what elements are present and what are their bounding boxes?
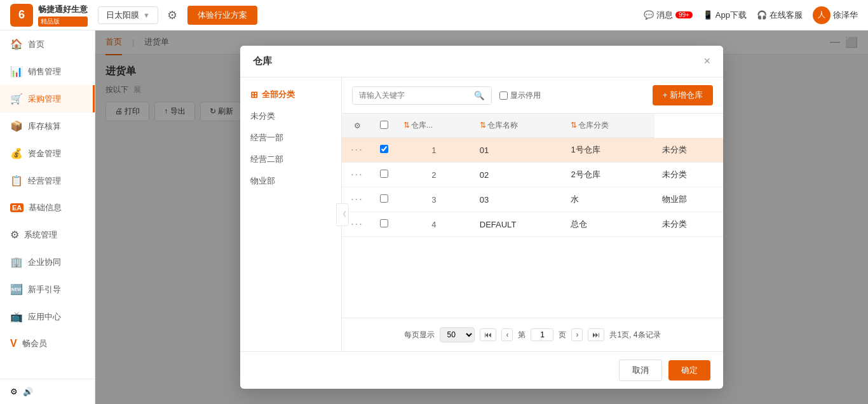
table-row[interactable]: ··· 4 DEFAULT 总仓 未分类 xyxy=(342,212,723,237)
sort-icon2: ⇅ xyxy=(480,121,486,130)
total-info: 共1页, 4条记录 xyxy=(609,330,660,340)
sidebar-bottom[interactable]: ⚙ 🔊 xyxy=(0,379,95,404)
sort-icon: ⇅ xyxy=(403,121,410,130)
pagination: 每页显示 50 10 20 100 ⏮ ‹ 第 页 xyxy=(342,318,723,351)
row-checkbox-cell[interactable] xyxy=(372,138,396,163)
all-categories[interactable]: ⊞ 全部分类 xyxy=(240,84,341,105)
logo-icon: 6 xyxy=(10,4,33,27)
sidebar-item-label: 企业协同 xyxy=(28,257,61,268)
modal-toolbar: 🔍 显示停用 + 新增仓库 xyxy=(342,77,723,114)
table-row[interactable]: ··· 2 02 2号仓库 未分类 xyxy=(342,163,723,187)
category-property[interactable]: 物业部 xyxy=(240,170,341,192)
row-checkbox[interactable] xyxy=(380,194,388,203)
row-category: 未分类 xyxy=(654,138,723,163)
table-row[interactable]: ··· 1 01 1号仓库 未分类 xyxy=(342,138,723,163)
system-icon: ⚙ xyxy=(10,229,19,241)
warehouse-table: ⚙ ⇅仓库... ⇅仓库名称 ⇅仓库分类 ··· 1 xyxy=(342,114,723,318)
search-wrap: 🔍 xyxy=(352,86,492,105)
sidebar-item-label: 资金管理 xyxy=(28,148,61,159)
logo-badge: 精品版 xyxy=(38,17,88,27)
col-code: ⇅仓库... xyxy=(396,114,472,138)
first-page-button[interactable]: ⏮ xyxy=(480,328,496,341)
trial-button[interactable]: 体验行业方案 xyxy=(187,6,257,25)
warehouse-modal: 仓库 × ⊞ 全部分类 未分类 经营一部 经营二部 物业部 xyxy=(240,46,723,389)
row-name: 2号仓库 xyxy=(563,163,654,187)
service-label: 在线客服 xyxy=(770,10,803,21)
notifications-badge: 99+ xyxy=(675,11,693,18)
row-checkbox[interactable] xyxy=(380,170,388,178)
main-content: 首页 | 进货单 — ⬜ 进货单 按以下 展 🖨 打印 ↑ 导出 ↻ 刷新 查询… xyxy=(95,30,868,404)
sidebar-item-label: 系统管理 xyxy=(24,229,57,241)
sidebar-item-basic[interactable]: EA 基础信息 xyxy=(0,194,95,221)
category-operations2[interactable]: 经营二部 xyxy=(240,149,341,170)
user-profile[interactable]: 人 徐泽华 xyxy=(813,6,858,24)
sound-icon: 🔊 xyxy=(23,387,33,396)
row-name: 水 xyxy=(563,187,654,212)
row-settings-cell: ··· xyxy=(342,163,372,187)
show-disabled-label[interactable]: 显示停用 xyxy=(499,90,541,101)
settings-bottom-icon: ⚙ xyxy=(10,387,18,396)
sidebar-item-guide[interactable]: 🆕 新手引导 xyxy=(0,276,95,303)
collapse-panel-button[interactable]: 《 xyxy=(336,203,349,226)
select-all-checkbox[interactable] xyxy=(380,121,388,129)
avatar: 人 xyxy=(813,6,831,24)
modal-right-panel: 🔍 显示停用 + 新增仓库 xyxy=(342,77,723,351)
per-page-select[interactable]: 50 10 20 100 xyxy=(440,327,475,342)
sidebar-item-system[interactable]: ⚙ 系统管理 xyxy=(0,221,95,248)
row-name: 1号仓库 xyxy=(563,138,654,163)
sidebar-item-label: 基础信息 xyxy=(29,202,62,213)
prev-page-button[interactable]: ‹ xyxy=(501,328,513,341)
topbar-right: 💬 消息 99+ 📱 App下载 🎧 在线客服 人 徐泽华 xyxy=(644,6,858,24)
category-operations1[interactable]: 经营一部 xyxy=(240,127,341,149)
online-service-item[interactable]: 🎧 在线客服 xyxy=(757,10,803,21)
confirm-button[interactable]: 确定 xyxy=(668,360,710,380)
row-checkbox-cell[interactable] xyxy=(372,187,396,212)
category-unclassified[interactable]: 未分类 xyxy=(240,105,341,127)
table-row[interactable]: ··· 3 03 水 物业部 xyxy=(342,187,723,212)
logo: 6 畅捷通好生意 精品版 xyxy=(10,4,88,27)
page-input[interactable] xyxy=(531,328,553,341)
sidebar-item-enterprise[interactable]: 🏢 企业协同 xyxy=(0,248,95,276)
sidebar-item-sales[interactable]: 📊 销售管理 xyxy=(0,58,95,85)
row-checkbox[interactable] xyxy=(380,219,388,227)
row-number: 4 xyxy=(396,212,472,237)
company-name: 日太阳膜 xyxy=(106,10,139,21)
show-disabled-checkbox[interactable] xyxy=(499,91,508,100)
search-input[interactable] xyxy=(353,87,468,104)
sidebar-item-home[interactable]: 🏠 首页 xyxy=(0,30,95,58)
sidebar-item-inventory[interactable]: 📦 库存核算 xyxy=(0,112,95,140)
guide-icon: 🆕 xyxy=(10,283,23,295)
sidebar-item-member[interactable]: V 畅会员 xyxy=(0,330,95,357)
app-download-item[interactable]: 📱 App下载 xyxy=(703,10,747,21)
finance-icon: 💰 xyxy=(10,147,23,159)
row-checkbox[interactable] xyxy=(380,145,388,153)
settings-icon[interactable]: ⚙ xyxy=(165,6,180,25)
sidebar-item-label: 经营管理 xyxy=(28,175,61,187)
row-checkbox-cell[interactable] xyxy=(372,163,396,187)
col-checkbox xyxy=(372,114,396,138)
add-warehouse-button[interactable]: + 新增仓库 xyxy=(653,85,713,105)
notifications-item[interactable]: 💬 消息 99+ xyxy=(644,10,693,21)
sidebar-item-finance[interactable]: 💰 资金管理 xyxy=(0,140,95,167)
modal-body: ⊞ 全部分类 未分类 经营一部 经营二部 物业部 《 xyxy=(240,77,723,351)
next-page-button[interactable]: › xyxy=(571,328,583,341)
enterprise-icon: 🏢 xyxy=(10,256,23,268)
cancel-button[interactable]: 取消 xyxy=(619,360,662,381)
sidebar-item-apps[interactable]: 📺 应用中心 xyxy=(0,303,95,330)
row-number: 3 xyxy=(396,187,472,212)
modal-header: 仓库 × xyxy=(240,46,723,77)
modal-footer: 取消 确定 xyxy=(240,351,723,389)
row-number: 2 xyxy=(396,163,472,187)
operations-icon: 📋 xyxy=(10,175,23,187)
more-icon: ··· xyxy=(351,169,363,180)
member-icon: V xyxy=(10,338,17,349)
row-category: 未分类 xyxy=(654,212,723,237)
company-selector[interactable]: 日太阳膜 ▼ xyxy=(98,6,158,24)
modal-close-button[interactable]: × xyxy=(703,55,710,68)
main-layout: 🏠 首页 📊 销售管理 🛒 采购管理 📦 库存核算 💰 资金管理 📋 经营管理 … xyxy=(0,30,868,404)
search-button[interactable]: 🔍 xyxy=(468,87,491,104)
sidebar-item-purchase[interactable]: 🛒 采购管理 xyxy=(0,85,95,112)
last-page-button[interactable]: ⏭ xyxy=(588,328,604,341)
row-checkbox-cell[interactable] xyxy=(372,212,396,237)
sidebar-item-operations[interactable]: 📋 经营管理 xyxy=(0,167,95,194)
